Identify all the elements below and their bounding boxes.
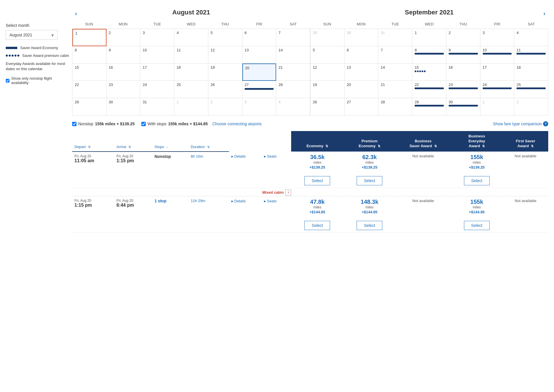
aug-6[interactable]: 6: [242, 29, 276, 46]
flight1-seats-link[interactable]: Seats: [264, 154, 276, 158]
aug-16[interactable]: 16: [106, 64, 141, 81]
sep-18[interactable]: 18: [514, 64, 548, 81]
help-icon[interactable]: ?: [543, 121, 548, 126]
sep-17[interactable]: 17: [480, 64, 514, 81]
flight1-seats[interactable]: Seats: [262, 152, 291, 188]
sep-7[interactable]: 7: [378, 46, 412, 64]
sep-6[interactable]: 6: [345, 46, 379, 64]
aug-21[interactable]: 21: [276, 64, 310, 81]
biz-saver-col-header[interactable]: BusinessSaver Award ⇅: [396, 131, 451, 152]
arrive-th[interactable]: Arrive ⇅: [114, 131, 152, 152]
flight2-seats-link[interactable]: Seats: [264, 199, 276, 203]
sep-aug-31[interactable]: 31: [378, 29, 412, 46]
flight2-premium-select[interactable]: Select: [357, 221, 382, 230]
aug-20[interactable]: 20: [242, 64, 276, 81]
sep-22[interactable]: 22: [412, 81, 446, 98]
sep-11[interactable]: 11: [514, 46, 548, 64]
aug-14[interactable]: 14: [276, 46, 310, 64]
choose-airports-link[interactable]: Choose connecting airports: [212, 122, 261, 126]
sep-3[interactable]: 3: [480, 29, 514, 46]
aug-17[interactable]: 17: [140, 64, 174, 81]
aug-28[interactable]: 28: [276, 81, 310, 98]
aug-5[interactable]: 5: [208, 29, 242, 46]
sep-8[interactable]: 8: [412, 46, 446, 64]
aug-4[interactable]: 4: [174, 29, 208, 46]
prev-month-button[interactable]: ‹: [75, 10, 77, 17]
aug-9[interactable]: 9: [106, 46, 141, 64]
sep-4[interactable]: 4: [514, 29, 548, 46]
flight1-economy-select[interactable]: Select: [304, 176, 330, 185]
flight1-details[interactable]: Details: [229, 152, 262, 188]
flight2-biz-everyday-select[interactable]: Select: [464, 221, 490, 230]
next-month-button[interactable]: ›: [543, 10, 545, 17]
sep-20[interactable]: 20: [345, 81, 379, 98]
aug-30[interactable]: 30: [106, 98, 141, 115]
aug-7[interactable]: 7: [276, 29, 310, 46]
sep-2[interactable]: 2: [446, 29, 480, 46]
nonstop-filter-checkbox[interactable]: [72, 122, 76, 126]
aug-13[interactable]: 13: [242, 46, 276, 64]
flight2-economy-select[interactable]: Select: [304, 221, 330, 230]
sep-15[interactable]: 15: [412, 64, 446, 81]
sep-13[interactable]: 13: [345, 64, 379, 81]
flight2-seats[interactable]: Seats: [262, 196, 291, 232]
sep-oct-2[interactable]: 2: [514, 98, 548, 115]
with-stops-checkbox[interactable]: [141, 122, 146, 126]
flight1-details-link[interactable]: Details: [231, 154, 246, 158]
aug-sep-3[interactable]: 3: [242, 98, 276, 115]
aug-26[interactable]: 26: [208, 81, 242, 98]
sep-5[interactable]: 5: [310, 46, 345, 64]
nonstop-checkbox[interactable]: [6, 79, 10, 83]
aug-29[interactable]: 29: [72, 98, 106, 115]
sep-25[interactable]: 25: [514, 81, 548, 98]
aug-19[interactable]: 19: [208, 64, 242, 81]
flight2-details-link[interactable]: Details: [231, 199, 246, 203]
sep-26[interactable]: 26: [310, 98, 345, 115]
aug-27[interactable]: 27: [242, 81, 276, 98]
month-dropdown[interactable]: August 2021 ∨: [6, 30, 58, 40]
aug-18[interactable]: 18: [174, 64, 208, 81]
aug-31[interactable]: 31: [140, 98, 174, 115]
aug-sep-4[interactable]: 4: [276, 98, 310, 115]
duration-th[interactable]: Duration ⇅: [188, 131, 229, 152]
economy-col-header[interactable]: Economy ⇅: [291, 131, 343, 152]
mixed-cabin-icon[interactable]: i: [285, 190, 291, 195]
sep-16[interactable]: 16: [446, 64, 480, 81]
aug-22[interactable]: 22: [72, 81, 106, 98]
sep-30[interactable]: 30: [446, 98, 480, 115]
biz-everyday-col-header[interactable]: BusinessEverydayAward ⇅: [451, 131, 503, 152]
sep-27[interactable]: 27: [345, 98, 379, 115]
sep-12[interactable]: 12: [310, 64, 345, 81]
aug-15[interactable]: 15: [72, 64, 106, 81]
sep-oct-1[interactable]: 1: [480, 98, 514, 115]
aug-sep-2[interactable]: 2: [208, 98, 242, 115]
sep-aug-30[interactable]: 30: [345, 29, 379, 46]
aug-sep-1[interactable]: 1: [174, 98, 208, 115]
sep-19[interactable]: 19: [310, 81, 345, 98]
aug-24[interactable]: 24: [140, 81, 174, 98]
sep-24[interactable]: 24: [480, 81, 514, 98]
show-fare-comparison[interactable]: Show fare type comparison ?: [493, 121, 548, 126]
sep-aug-29[interactable]: 29: [310, 29, 345, 46]
sep-23[interactable]: 23: [446, 81, 480, 98]
sep-28[interactable]: 28: [378, 98, 412, 115]
flight2-details[interactable]: Details: [229, 196, 262, 232]
sep-21[interactable]: 21: [378, 81, 412, 98]
flight1-premium-select[interactable]: Select: [357, 176, 382, 185]
aug-23[interactable]: 23: [106, 81, 141, 98]
aug-1[interactable]: 1: [72, 29, 106, 46]
sep-29[interactable]: 29: [412, 98, 446, 115]
sep-10[interactable]: 10: [480, 46, 514, 64]
sep-9[interactable]: 9: [446, 46, 480, 64]
aug-10[interactable]: 10: [140, 46, 174, 64]
sep-1[interactable]: 1: [412, 29, 446, 46]
aug-2[interactable]: 2: [106, 29, 141, 46]
aug-12[interactable]: 12: [208, 46, 242, 64]
aug-8[interactable]: 8: [72, 46, 106, 64]
aug-25[interactable]: 25: [174, 81, 208, 98]
aug-11[interactable]: 11: [174, 46, 208, 64]
first-col-header[interactable]: First SaverAward ⇅: [503, 131, 548, 152]
sep-14[interactable]: 14: [378, 64, 412, 81]
stops-th[interactable]: Stops ↓: [152, 131, 188, 152]
depart-th[interactable]: Depart ⇅: [72, 131, 114, 152]
